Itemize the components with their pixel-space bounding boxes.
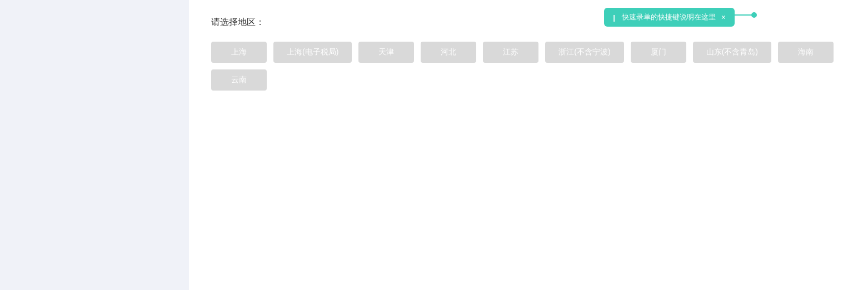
region-button-zhejiang[interactable]: 浙江(不含宁波): [545, 42, 623, 63]
region-button-shanghai-etax[interactable]: 上海(电子税局): [273, 42, 352, 63]
region-button-hebei[interactable]: 河北: [421, 42, 476, 63]
region-button-jiangsu[interactable]: 江苏: [483, 42, 538, 63]
region-button-shandong[interactable]: 山东(不含青岛): [693, 42, 771, 63]
region-button-tianjin[interactable]: 天津: [358, 42, 414, 63]
region-button-xiamen[interactable]: 厦门: [631, 42, 686, 63]
main-content: 请选择地区： 上海上海(电子税局)天津河北江苏浙江(不含宁波)厦门山东(不含青岛…: [189, 0, 868, 290]
tooltip-close-button[interactable]: ×: [721, 13, 726, 21]
region-buttons: 上海上海(电子税局)天津河北江苏浙江(不含宁波)厦门山东(不含青岛)海南云南: [211, 42, 846, 91]
tooltip-dot: [751, 12, 757, 18]
tooltip-banner: 快速录单的快捷键说明在这里 ×: [604, 8, 735, 27]
region-button-yunnan[interactable]: 云南: [211, 69, 267, 91]
region-button-hainan[interactable]: 海南: [778, 42, 834, 63]
tooltip-text: 快速录单的快捷键说明在这里: [622, 12, 716, 22]
sidebar: [0, 0, 189, 290]
region-button-shanghai[interactable]: 上海: [211, 42, 267, 63]
page-title: 请选择地区：: [211, 17, 846, 28]
